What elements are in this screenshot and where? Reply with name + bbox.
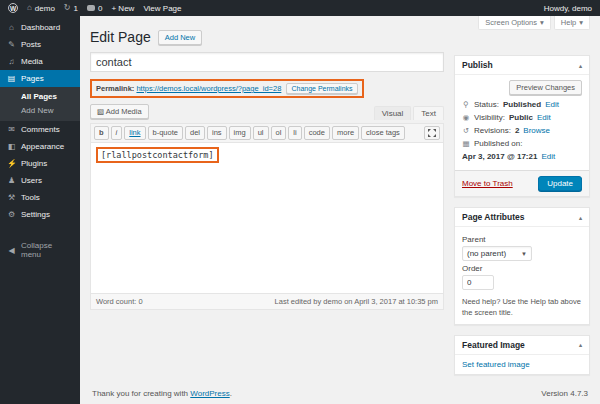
footer-thanks-suffix: . <box>230 389 232 398</box>
move-to-trash-link[interactable]: Move to Trash <box>462 179 513 188</box>
sidebar-item-posts[interactable]: ✎ Posts <box>0 36 80 53</box>
preview-row: Preview Changes <box>462 80 582 95</box>
editor-textarea[interactable]: [rlallpostcontactform] <box>91 143 443 293</box>
sidebar-item-settings[interactable]: ⚙ Settings <box>0 206 80 223</box>
sidebar-item-label: Pages <box>21 74 44 83</box>
edit-status-link[interactable]: Edit <box>545 100 559 109</box>
preview-changes-button[interactable]: Preview Changes <box>509 80 582 95</box>
edit-visibility-link[interactable]: Edit <box>537 113 551 122</box>
help-tab[interactable]: Help ▾ <box>554 16 590 30</box>
select-arrow-icon: ▼ <box>521 251 527 257</box>
parent-select[interactable]: (no parent) ▼ <box>462 246 532 261</box>
page-attributes-header[interactable]: Page Attributes ▴ <box>455 208 589 227</box>
editor-statusbar: Word count: 0 Last edited by demo on Apr… <box>91 293 443 309</box>
annotation-box-permalink: Permalink: https://demos.local/wordpress… <box>90 79 364 98</box>
chevron-up-icon: ▴ <box>579 341 582 348</box>
comments-bubble-icon: ✉ <box>7 125 16 134</box>
ul-button[interactable]: ul <box>253 126 269 140</box>
sidebar-item-tools[interactable]: ⚒ Tools <box>0 189 80 206</box>
blockquote-button[interactable]: b-quote <box>148 126 183 140</box>
parent-select-value: (no parent) <box>467 249 506 258</box>
add-media-label: Add Media <box>106 107 142 116</box>
sidebar-item-plugins[interactable]: ⚡ Plugins <box>0 155 80 172</box>
content-columns: Edit Page Add New Permalink: https://dem… <box>90 29 590 385</box>
fullscreen-button[interactable] <box>424 126 440 140</box>
browse-revisions-link[interactable]: Browse <box>523 126 550 135</box>
editor-column: Edit Page Add New Permalink: https://dem… <box>90 29 444 385</box>
tab-visual[interactable]: Visual <box>374 106 412 120</box>
img-button[interactable]: img <box>229 126 251 140</box>
sidebar-item-dashboard[interactable]: ⌂ Dashboard <box>0 19 80 36</box>
sidebar-item-users[interactable]: ♟ Users <box>0 172 80 189</box>
edit-published-link[interactable]: Edit <box>541 152 555 161</box>
updates-count: 1 <box>74 4 78 13</box>
screen-meta: Screen Options ▾ Help ▾ <box>478 16 590 30</box>
sidebar-item-pages[interactable]: ▤ Pages <box>0 70 80 87</box>
sidebar-item-label: Appearance <box>21 142 64 151</box>
collapse-icon: ◀ <box>7 246 16 255</box>
post-title-input[interactable] <box>90 52 444 72</box>
link-button[interactable]: link <box>124 126 145 140</box>
comments-link[interactable]: 0 <box>87 4 102 13</box>
li-button[interactable]: li <box>288 126 301 140</box>
del-button[interactable]: del <box>185 126 205 140</box>
sidebar-item-collapse-menu[interactable]: ◀ Collapse menu <box>0 237 80 263</box>
sidebar-item-label: Comments <box>21 125 60 134</box>
change-permalinks-button[interactable]: Change Permalinks <box>286 83 357 94</box>
close-tags-button[interactable]: close tags <box>361 126 405 140</box>
sidebar-item-comments[interactable]: ✉ Comments <box>0 121 80 138</box>
italic-button[interactable]: i <box>111 126 123 140</box>
updates-link[interactable]: ↻ 1 <box>64 4 78 13</box>
main-area: Screen Options ▾ Help ▾ Edit Page Add Ne… <box>80 16 600 404</box>
sidebar-item-appearance[interactable]: ◧ Appearance <box>0 138 80 155</box>
visibility-value: Public <box>509 113 533 122</box>
view-page-link[interactable]: View Page <box>143 4 181 13</box>
pages-submenu: All Pages Add New <box>0 87 80 121</box>
new-menu[interactable]: + New <box>111 4 134 13</box>
editor-box: b i link b-quote del ins img ul ol li co… <box>90 123 444 310</box>
howdy-label: Howdy, demo <box>544 4 592 13</box>
permalink-url-link[interactable]: https://demos.local/wordpress/?page_id=2… <box>136 84 281 93</box>
site-name-link[interactable]: ⌂ demo <box>27 4 55 13</box>
page-title: Edit Page <box>90 29 151 45</box>
updates-icon: ↻ <box>64 4 71 12</box>
sidebar-item-label: Dashboard <box>21 23 60 32</box>
admin-sidebar: ⌂ Dashboard ✎ Posts ♫ Media ▤ Pages All … <box>0 16 80 404</box>
tools-icon: ⚒ <box>7 193 16 202</box>
ins-button[interactable]: ins <box>207 126 227 140</box>
more-button[interactable]: more <box>332 126 359 140</box>
set-featured-image-link[interactable]: Set featured image <box>462 360 530 369</box>
dashboard-icon: ⌂ <box>7 23 16 32</box>
sidebar-item-all-pages[interactable]: All Pages <box>0 89 80 103</box>
tab-text[interactable]: Text <box>413 106 444 120</box>
howdy-menu[interactable]: Howdy, demo <box>544 4 592 13</box>
chevron-down-icon: ▾ <box>540 18 544 27</box>
comments-icon <box>87 5 95 11</box>
visibility-icon: ◉ <box>462 113 470 122</box>
wordpress-link[interactable]: WordPress <box>190 389 229 398</box>
shortcode-text: [rlallpostcontactform] <box>101 150 214 160</box>
order-label: Order <box>462 264 582 273</box>
sidebar-item-add-new-page[interactable]: Add New <box>0 103 80 117</box>
publish-panel-header[interactable]: Publish ▴ <box>455 56 589 75</box>
page-attributes-panel: Page Attributes ▴ Parent (no parent) ▼ O… <box>454 207 590 325</box>
revisions-row: ↺ Revisions: 2 Browse <box>462 126 582 135</box>
bold-button[interactable]: b <box>94 126 109 140</box>
screen-options-tab[interactable]: Screen Options ▾ <box>478 16 550 30</box>
ol-button[interactable]: ol <box>271 126 287 140</box>
wordpress-menu[interactable]: W <box>8 3 18 13</box>
published-on-label: Published on: <box>474 139 522 148</box>
order-input[interactable] <box>462 275 494 290</box>
attributes-help-text: Need help? Use the Help tab above the sc… <box>462 297 582 319</box>
sidebar-item-label: Users <box>21 176 42 185</box>
comments-count: 0 <box>98 4 102 13</box>
posts-icon: ✎ <box>7 40 16 49</box>
add-media-button[interactable]: ▧ Add Media <box>90 104 149 119</box>
add-new-button[interactable]: Add New <box>158 30 202 45</box>
code-button[interactable]: code <box>304 126 330 140</box>
status-label: Status: <box>474 100 499 109</box>
sidebar-item-media[interactable]: ♫ Media <box>0 53 80 70</box>
update-button[interactable]: Update <box>538 176 582 191</box>
featured-image-header[interactable]: Featured Image ▴ <box>455 336 589 355</box>
page-attributes-body: Parent (no parent) ▼ Order Need help? Us… <box>455 227 589 324</box>
